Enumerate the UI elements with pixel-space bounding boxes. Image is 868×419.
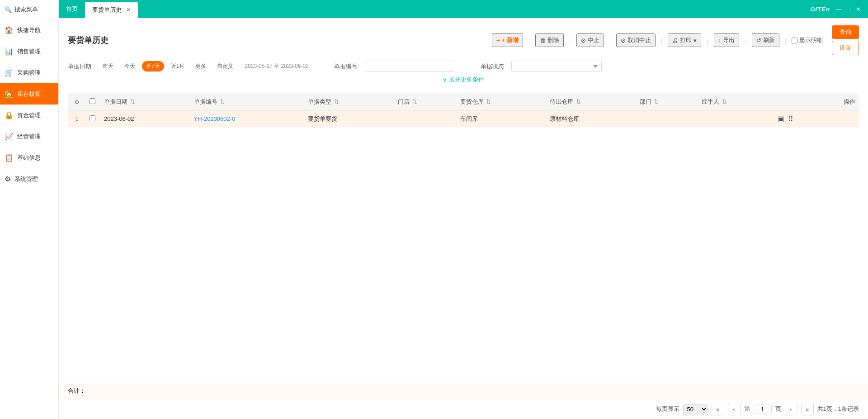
next-page-button[interactable]: › (785, 403, 797, 415)
row-department (636, 111, 698, 127)
page-header: 要货单历史 + + 新增 | 🗑 删除 | ⊘ 中止 | ⊘ (59, 18, 868, 55)
table-settings-icon[interactable]: ⚙ (74, 99, 80, 105)
sidebar-item-purchase[interactable]: 🛒 采购管理 (0, 62, 58, 83)
doc-no-link[interactable]: YH-20230602-0 (194, 115, 236, 122)
display-detail-checkbox[interactable] (792, 38, 797, 43)
cancel-stop-icon: ⊘ (621, 37, 626, 44)
inventory-icon: 🏡 (5, 90, 14, 98)
date-filter-label: 单据日期 (68, 62, 91, 71)
sidebar-item-label: 销售管理 (17, 48, 41, 56)
per-page-label: 每页显示 (656, 405, 679, 413)
per-page-select[interactable]: 20 50 100 (683, 404, 708, 414)
toolbar: + + 新增 | 🗑 删除 | ⊘ 中止 | ⊘ 取消中止 | (492, 25, 859, 55)
handler-sort-icon[interactable]: ⇅ (722, 98, 727, 105)
sidebar-item-quick-nav[interactable]: 🏠 快捷导航 (0, 19, 58, 41)
sidebar-item-base-info[interactable]: 📋 基础信息 (0, 147, 58, 168)
sidebar-item-sales[interactable]: 📊 销售管理 (0, 41, 58, 62)
query-button[interactable]: 查询 (832, 25, 859, 39)
last-page-button[interactable]: » (801, 403, 814, 415)
goto-label: 第 (744, 405, 750, 413)
department-sort-icon[interactable]: ⇅ (654, 98, 659, 105)
status-select[interactable] (511, 61, 602, 72)
date-filter-7days[interactable]: 近7天 (142, 61, 164, 71)
minimize-button[interactable]: — (835, 6, 841, 13)
tab-home[interactable]: 首页 (59, 0, 85, 18)
store-sort-icon[interactable]: ⇅ (412, 98, 417, 105)
date-filter-more[interactable]: 更多 (191, 61, 210, 71)
close-window-button[interactable]: ✕ (856, 6, 861, 13)
row-more-icon[interactable]: ⠿ (788, 114, 793, 123)
delete-label: 删除 (547, 36, 559, 44)
sidebar-item-operation[interactable]: 📈 经营管理 (0, 126, 58, 147)
row-req-warehouse: 车间库 (457, 111, 547, 127)
tab-home-label: 首页 (66, 5, 78, 13)
export-button[interactable]: ↑ 导出 (714, 33, 740, 47)
doc-no-sort-icon[interactable]: ⇅ (220, 98, 225, 105)
search-menu-label: 搜索菜单 (14, 5, 38, 14)
tab-close-button[interactable]: ✕ (126, 7, 131, 13)
chevron-down-icon: ∨ (443, 76, 447, 83)
print-button[interactable]: 🖨 打印 ▾ (668, 33, 701, 47)
expand-filters-button[interactable]: ∨ 展开更多条件 (443, 76, 484, 84)
export-label: 导出 (723, 36, 735, 44)
maximize-button[interactable]: □ (847, 6, 850, 13)
select-all-checkbox[interactable] (90, 98, 95, 104)
page-number-input[interactable] (754, 405, 772, 414)
system-icon: ⚙ (5, 175, 11, 183)
sidebar-item-system[interactable]: ⚙ 系统管理 (0, 168, 58, 190)
doc-number-label: 单据编号 (334, 62, 358, 71)
search-menu-item[interactable]: 🔍 搜索菜单 (0, 0, 58, 19)
operation-icon: 📈 (5, 132, 14, 141)
print-label: 打印 (680, 36, 692, 44)
date-filter-buttons: 昨天 今天 近7天 近1月 更多 自定义 (99, 61, 237, 71)
display-detail-toggle[interactable]: 显示明细 (792, 36, 823, 44)
table-area: ⚙ 单据日期 ⇅ 单据编号 ⇅ (59, 93, 868, 383)
settings-button[interactable]: 设置 (832, 41, 859, 55)
sidebar-item-label: 采购管理 (17, 69, 41, 77)
th-handler: 经手人 ⇅ (698, 93, 774, 111)
th-store: 门店 ⇅ (394, 93, 457, 111)
delete-icon: 🗑 (540, 37, 546, 44)
new-button[interactable]: + + 新增 (492, 33, 523, 47)
sidebar: 🔍 搜索菜单 🏠 快捷导航 📊 销售管理 🛒 采购管理 🏡 库存核算 🔒 资金管… (0, 0, 59, 419)
filter-row-1: 单据日期 昨天 今天 近7天 近1月 更多 自定义 2023-05-27 至 2… (68, 61, 859, 72)
sales-icon: 📊 (5, 47, 14, 56)
row-store (394, 111, 457, 127)
stop-button[interactable]: ⊘ 中止 (576, 33, 604, 47)
table-footer: 合计： (59, 383, 868, 399)
sidebar-item-label: 资金管理 (17, 111, 41, 119)
sidebar-item-label: 基础信息 (17, 154, 41, 162)
doc-number-input[interactable] (365, 61, 455, 72)
row-checkbox[interactable] (86, 111, 100, 127)
prev-page-button[interactable]: ‹ (728, 403, 741, 415)
row-edit-icon[interactable]: ▣ (778, 114, 784, 123)
th-doc-no: 单据编号 ⇅ (190, 93, 305, 111)
table-row: 1 2023-06-02 YH-20230602-0 要货单要货 车间库 原材料… (68, 111, 859, 127)
pending-warehouse-sort-icon[interactable]: ⇅ (576, 98, 581, 105)
th-pending-warehouse: 待出仓库 ⇅ (546, 93, 636, 111)
th-store-label: 门店 (398, 98, 410, 105)
date-filter-custom[interactable]: 自定义 (213, 61, 237, 71)
req-warehouse-sort-icon[interactable]: ⇅ (486, 98, 491, 105)
th-doc-no-label: 单据编号 (194, 98, 217, 105)
refresh-button[interactable]: ↺ 刷新 (752, 33, 779, 47)
new-label: + 新增 (502, 36, 519, 44)
delete-button[interactable]: 🗑 删除 (535, 33, 564, 47)
first-page-button[interactable]: « (712, 403, 724, 415)
tab-requisition-history[interactable]: 要货单历史 ✕ (85, 2, 138, 18)
row-doc-type: 要货单要货 (304, 111, 394, 127)
th-doc-type: 单据类型 ⇅ (304, 93, 394, 111)
goto-suffix: 页 (775, 405, 781, 413)
sidebar-item-inventory[interactable]: 🏡 库存核算 (0, 83, 58, 105)
doc-type-sort-icon[interactable]: ⇅ (334, 98, 339, 105)
date-filter-yesterday[interactable]: 昨天 (99, 61, 118, 71)
th-doc-type-label: 单据类型 (308, 98, 331, 105)
sidebar-item-finance[interactable]: 🔒 资金管理 (0, 105, 58, 126)
date-filter-1month[interactable]: 近1月 (167, 61, 189, 71)
print-icon: 🖨 (672, 37, 678, 44)
row-actions: ▣ ⠿ (774, 111, 859, 127)
cancel-stop-button[interactable]: ⊘ 取消中止 (616, 33, 656, 47)
th-department-label: 部门 (640, 98, 651, 105)
date-sort-icon[interactable]: ⇅ (130, 98, 135, 105)
date-filter-today[interactable]: 今天 (120, 61, 139, 71)
